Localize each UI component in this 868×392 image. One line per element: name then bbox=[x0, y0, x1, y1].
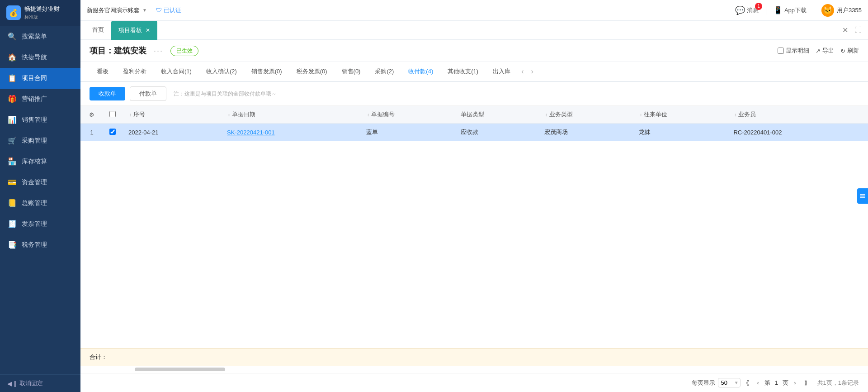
next-page-button[interactable]: › bbox=[791, 378, 798, 387]
nav-tab-warehouse[interactable]: 出入库 bbox=[486, 62, 518, 82]
user-name: 用户3355 bbox=[837, 6, 862, 14]
export-icon: ↗ bbox=[816, 48, 821, 54]
search-icon: 🔍 bbox=[7, 32, 17, 42]
sidebar-item-marketing[interactable]: 🎁 营销推广 bbox=[0, 89, 80, 110]
nav-tab-profit[interactable]: 盈利分析 bbox=[116, 62, 154, 82]
message-icon: 💬 bbox=[735, 5, 745, 15]
refresh-label: 刷新 bbox=[847, 47, 859, 55]
sidebar-item-contract[interactable]: 📋 项目合同 bbox=[0, 68, 80, 89]
content-area: 项目： 建筑安装 ··· 已生效 显示明细 ↗ 导出 ↻ 刷新 bbox=[80, 40, 868, 392]
nav-next-arrow[interactable]: › bbox=[527, 67, 537, 76]
sidebar-item-invoice[interactable]: 🧾 发票管理 bbox=[0, 214, 80, 234]
nav-tab-sales[interactable]: 销售(0) bbox=[335, 62, 368, 82]
logo-text: 畅捷通好业财 bbox=[24, 5, 60, 13]
sidebar-item-sales[interactable]: 📊 销售管理 bbox=[0, 110, 80, 130]
sort-icon-partner[interactable]: ↕ bbox=[545, 113, 547, 117]
current-page: 1 bbox=[775, 379, 778, 386]
per-page-select[interactable]: 50 100 200 bbox=[718, 378, 741, 387]
sort-icon-income[interactable]: ↕ bbox=[734, 113, 736, 117]
prev-page-button[interactable]: ‹ bbox=[755, 378, 762, 387]
sidebar-item-inventory[interactable]: 🏪 库存核算 bbox=[0, 151, 80, 172]
col-header-salesperson: ↕ 往来单位 bbox=[632, 106, 727, 124]
topbar-right: 💬 1 消息 📱 App下载 🐱 用户3355 bbox=[735, 4, 862, 17]
divider bbox=[766, 6, 766, 15]
nav-tab-tax-invoice[interactable]: 税务发票(0) bbox=[289, 62, 335, 82]
cancel-fixed-button[interactable]: ◀ ‖ 取消固定 bbox=[0, 374, 80, 392]
tab-actions: ✕ ⛶ bbox=[840, 24, 863, 36]
row-number[interactable]: SK-20220421-001 bbox=[221, 124, 360, 141]
nav-tab-purchase[interactable]: 采购(2) bbox=[368, 62, 401, 82]
export-button[interactable]: ↗ 导出 bbox=[816, 47, 834, 55]
topbar: 新服务官网演示账套 ▼ 🛡 已认证 💬 1 消息 📱 App下载 🐱 用户335… bbox=[80, 0, 868, 21]
nav-tab-kanban[interactable]: 看板 bbox=[90, 62, 116, 82]
pin-icon: ◀ ‖ bbox=[7, 380, 17, 387]
sidebar-item-label: 库存核算 bbox=[22, 158, 47, 166]
sidebar-item-search[interactable]: 🔍 搜索菜单 bbox=[0, 26, 80, 47]
avatar: 🐱 bbox=[821, 4, 834, 17]
row-number-link[interactable]: SK-20220421-001 bbox=[227, 129, 275, 136]
subtab-payment[interactable]: 付款单 bbox=[130, 86, 166, 101]
nav-prev-arrow[interactable]: ‹ bbox=[518, 67, 527, 76]
sidebar-nav: 🔍 搜索菜单 🏠 快捷导航 📋 项目合同 🎁 营销推广 📊 销售管理 🛒 采购管… bbox=[0, 26, 80, 374]
show-detail-check[interactable] bbox=[778, 48, 784, 54]
sort-icon-date[interactable]: ↕ bbox=[129, 113, 132, 117]
project-name: 建筑安装 bbox=[114, 45, 146, 56]
sidebar-item-tax[interactable]: 📑 税务管理 bbox=[0, 234, 80, 255]
sort-icon-number[interactable]: ↕ bbox=[228, 113, 230, 117]
nav-tab-income-confirm[interactable]: 收入确认(2) bbox=[199, 62, 244, 82]
sidebar-item-label: 采购管理 bbox=[22, 137, 47, 145]
app-download-button[interactable]: 📱 App下载 bbox=[774, 6, 807, 14]
side-panel-button[interactable] bbox=[857, 188, 868, 204]
logo-icon: 💰 bbox=[6, 5, 21, 20]
row-biz-type: 应收款 bbox=[454, 124, 538, 141]
col-check[interactable] bbox=[103, 106, 122, 124]
maximize-button[interactable]: ⛶ bbox=[853, 24, 863, 36]
ledger-icon: 📒 bbox=[7, 198, 17, 208]
row-checkbox[interactable] bbox=[103, 124, 122, 141]
row-check[interactable] bbox=[109, 129, 116, 135]
table-row[interactable]: 1 2022-04-21 SK-20220421-001 蓝单 应收款 宏茂商场… bbox=[80, 124, 868, 141]
user-menu[interactable]: 🐱 用户3355 bbox=[821, 4, 862, 17]
sort-icon-type[interactable]: ↕ bbox=[367, 113, 369, 117]
col-salesperson-label: 往来单位 bbox=[644, 111, 667, 118]
message-button[interactable]: 💬 1 消息 bbox=[735, 5, 759, 15]
horizontal-scroll[interactable] bbox=[80, 366, 868, 373]
sidebar-item-label: 资金管理 bbox=[22, 178, 47, 186]
col-number-label: 单据日期 bbox=[232, 111, 255, 118]
sales-icon: 📊 bbox=[7, 115, 17, 125]
subtab-receipt[interactable]: 收款单 bbox=[90, 87, 125, 100]
more-options-icon[interactable]: ··· bbox=[154, 46, 163, 56]
select-all-checkbox[interactable] bbox=[109, 111, 116, 117]
settings-icon[interactable]: ⚙ bbox=[89, 111, 94, 118]
nav-tab-sales-invoice[interactable]: 销售发票(0) bbox=[244, 62, 289, 82]
sidebar-item-nav[interactable]: 🏠 快捷导航 bbox=[0, 47, 80, 68]
col-header-type: ↕ 单据编号 bbox=[360, 106, 454, 124]
scroll-thumb[interactable] bbox=[135, 368, 225, 371]
sidebar-item-purchase[interactable]: 🛒 采购管理 bbox=[0, 130, 80, 151]
last-page-button[interactable]: ⟫ bbox=[802, 378, 810, 387]
refresh-button[interactable]: ↻ 刷新 bbox=[840, 47, 859, 55]
tab-close-icon[interactable]: ✕ bbox=[146, 27, 150, 33]
tab-home[interactable]: 首页 bbox=[85, 21, 111, 40]
sort-icon-salesperson[interactable]: ↕ bbox=[640, 113, 642, 117]
invoice-icon: 🧾 bbox=[7, 219, 17, 229]
col-partner-label: 业务类型 bbox=[549, 111, 573, 118]
col-settings[interactable]: ⚙ bbox=[80, 106, 103, 124]
svg-rect-0 bbox=[860, 194, 865, 195]
nav-tab-income-contract[interactable]: 收入合同(1) bbox=[154, 62, 199, 82]
sidebar-item-capital[interactable]: 💳 资金管理 bbox=[0, 172, 80, 193]
account-selector[interactable]: 新服务官网演示账套 ▼ bbox=[87, 6, 147, 14]
nav-tab-payment[interactable]: 收付款(4) bbox=[401, 62, 440, 82]
nav-tab-income-contract-label: 收入合同(1) bbox=[161, 68, 192, 75]
account-name: 新服务官网演示账套 bbox=[87, 6, 140, 14]
sidebar-item-ledger[interactable]: 📒 总账管理 bbox=[0, 193, 80, 214]
show-detail-checkbox[interactable]: 显示明细 bbox=[778, 47, 809, 55]
nav-tab-other-income[interactable]: 其他收支(1) bbox=[440, 62, 486, 82]
page-unit: 页 bbox=[783, 379, 788, 387]
close-window-button[interactable]: ✕ bbox=[840, 24, 850, 36]
message-badge: 1 bbox=[755, 3, 762, 10]
col-type-label: 单据编号 bbox=[371, 111, 395, 118]
nav-tab-warehouse-label: 出入库 bbox=[493, 68, 510, 75]
tab-project-board[interactable]: 项目看板 ✕ bbox=[111, 21, 157, 40]
first-page-button[interactable]: ⟪ bbox=[743, 378, 752, 387]
